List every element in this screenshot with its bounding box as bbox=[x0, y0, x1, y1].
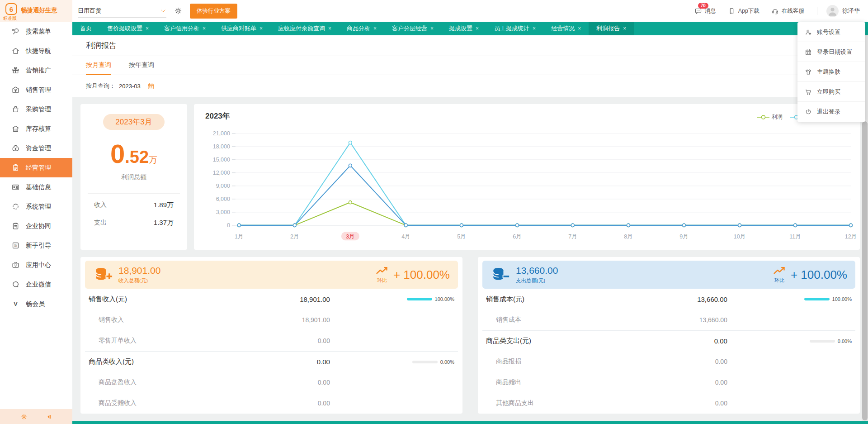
tab-应收应付余额查询[interactable]: 应收应付余额查询× bbox=[270, 22, 339, 35]
profit-total-label: 利润总额 bbox=[80, 173, 187, 181]
tab-客户信用分析[interactable]: 客户信用分析× bbox=[156, 22, 213, 35]
subtab-divider bbox=[120, 62, 120, 69]
trend-up-icon: 环比 bbox=[375, 266, 389, 284]
tab-close-icon[interactable]: × bbox=[146, 25, 149, 32]
tab-客户分层经营[interactable]: 客户分层经营× bbox=[384, 22, 441, 35]
theme-skin-icon bbox=[805, 68, 812, 76]
subtab-按年查询[interactable]: 按年查询 bbox=[129, 56, 154, 75]
sidebar-item-经营管理[interactable]: 经营管理 bbox=[0, 158, 72, 177]
sidebar-collapse-icon[interactable] bbox=[45, 413, 52, 420]
income-total-block: 18,901.00 收入总额(元) bbox=[118, 265, 160, 284]
period-pill: 2023年3月 bbox=[103, 114, 164, 130]
tab-利润报告[interactable]: 利润报告× bbox=[589, 22, 634, 35]
sidebar-item-系统管理[interactable]: 系统管理 bbox=[0, 197, 72, 216]
tab-close-icon[interactable]: × bbox=[623, 25, 626, 32]
tab-提成设置[interactable]: 提成设置× bbox=[441, 22, 486, 35]
tab-售价提取设置[interactable]: 售价提取设置× bbox=[99, 22, 156, 35]
brand-logo-icon: 6 bbox=[5, 3, 17, 15]
sidebar-item-label: 基础信息 bbox=[26, 183, 51, 191]
tab-首页[interactable]: 首页 bbox=[72, 22, 99, 35]
subtab-按月查询[interactable]: 按月查询 bbox=[86, 56, 111, 75]
sidebar-item-label: 库存核算 bbox=[26, 125, 51, 133]
sidebar-item-label: 采购管理 bbox=[26, 105, 51, 114]
sidebar-item-label: 销售管理 bbox=[26, 86, 51, 94]
menu-item-账号设置[interactable]: 账号设置 bbox=[797, 22, 865, 42]
sidebar-item-应用中心[interactable]: 应用中心 bbox=[0, 255, 72, 275]
sidebar-item-新手引导[interactable]: 新新手引导 bbox=[0, 236, 72, 255]
tab-经营情况[interactable]: 经营情况× bbox=[543, 22, 589, 35]
tab-close-icon[interactable]: × bbox=[578, 25, 581, 32]
tab-close-icon[interactable]: × bbox=[328, 25, 331, 32]
row-progress: 100.00% bbox=[407, 296, 454, 302]
username[interactable]: 徐泽华 bbox=[842, 7, 860, 15]
sidebar-item-label: 系统管理 bbox=[26, 203, 51, 211]
svg-text:12月: 12月 bbox=[845, 233, 856, 239]
sidebar-settings-icon[interactable] bbox=[20, 413, 28, 420]
sidebar-item-采购管理[interactable]: 采购管理 bbox=[0, 100, 72, 119]
app-download-button[interactable]: App下载 bbox=[728, 7, 760, 15]
basic-info-icon bbox=[11, 183, 20, 191]
gear-icon[interactable] bbox=[174, 6, 183, 15]
row-value: 0.00 bbox=[235, 400, 330, 407]
menu-item-登录日期设置[interactable]: 登录日期设置 bbox=[797, 42, 865, 62]
page-title: 利润报告 bbox=[86, 40, 117, 51]
tab-close-icon[interactable]: × bbox=[259, 25, 263, 32]
user-avatar[interactable] bbox=[826, 5, 839, 17]
sidebar-item-畅会员[interactable]: V畅会员 bbox=[0, 294, 72, 314]
row-value: 0.00 bbox=[632, 358, 727, 365]
income-ratio-label: 环比 bbox=[375, 277, 389, 284]
svg-text:2月: 2月 bbox=[290, 233, 299, 239]
company-select[interactable]: 日用百货 bbox=[78, 4, 166, 18]
svg-text:5月: 5月 bbox=[457, 233, 466, 239]
month-query-value[interactable]: 2023-03 bbox=[119, 83, 141, 90]
tab-供应商对账单[interactable]: 供应商对账单× bbox=[213, 22, 270, 35]
sales-icon bbox=[11, 86, 20, 94]
progress-fill bbox=[407, 298, 432, 300]
sidebar-item-企业微信[interactable]: 企业微信 bbox=[0, 275, 72, 294]
tab-close-icon[interactable]: × bbox=[203, 25, 206, 32]
menu-item-退出登录[interactable]: 退出登录 bbox=[797, 102, 865, 122]
progress-percent: 0.00% bbox=[440, 359, 454, 365]
calendar-icon[interactable] bbox=[147, 82, 155, 90]
tab-close-icon[interactable]: × bbox=[373, 25, 377, 32]
svg-text:3,000: 3,000 bbox=[216, 209, 230, 215]
table-row-零售开单收入: 零售开单收入0.00 bbox=[85, 330, 458, 351]
query-mode-tabs: 按月查询按年查询 bbox=[72, 56, 868, 75]
sidebar-item-营销推广[interactable]: 营销推广 bbox=[0, 61, 72, 80]
svg-text:7月: 7月 bbox=[568, 233, 577, 239]
scrollbar-thumb[interactable] bbox=[862, 121, 868, 420]
menu-item-立即购买[interactable]: 立即购买 bbox=[797, 82, 865, 102]
sidebar-item-库存核算[interactable]: 库存核算 bbox=[0, 119, 72, 138]
svg-text:15,000: 15,000 bbox=[213, 156, 230, 163]
sidebar-item-资金管理[interactable]: 资金管理 bbox=[0, 138, 72, 158]
table-row-商品类收入(元): 商品类收入(元)0.000.00% bbox=[85, 351, 458, 372]
svg-text:18,000: 18,000 bbox=[213, 143, 230, 150]
tab-close-icon[interactable]: × bbox=[430, 25, 434, 32]
income-card: 18,901.00 收入总额(元) 环比 + 100.00% 销售收入(元)18… bbox=[80, 257, 462, 414]
sidebar-item-label: 畅会员 bbox=[26, 300, 45, 308]
income-total: 18,901.00 bbox=[118, 265, 160, 276]
sidebar-item-销售管理[interactable]: 销售管理 bbox=[0, 80, 72, 100]
table-row-销售成本(元): 销售成本(元)13,660.00100.00% bbox=[482, 289, 855, 310]
legend-item-利润[interactable]: 利润 bbox=[757, 113, 783, 121]
tab-close-icon[interactable]: × bbox=[476, 25, 479, 32]
menu-item-主题换肤[interactable]: 主题换肤 bbox=[797, 62, 865, 82]
online-service-button[interactable]: 在线客服 bbox=[771, 7, 804, 15]
sidebar-item-搜索菜单[interactable]: 搜索菜单 bbox=[0, 22, 72, 41]
trial-solution-button[interactable]: 体验行业方案 bbox=[190, 4, 237, 19]
row-label: 商品赠出 bbox=[486, 378, 632, 386]
sidebar-item-label: 快捷导航 bbox=[26, 47, 51, 55]
month-query-label: 按月查询： bbox=[86, 82, 115, 90]
messages-button[interactable]: 消息 70 bbox=[694, 7, 716, 15]
table-row-商品报损: 商品报损0.00 bbox=[482, 351, 855, 372]
sidebar: 搜索菜单快捷导航营销推广销售管理采购管理库存核算资金管理经营管理基础信息系统管理… bbox=[0, 22, 72, 424]
income-band: 18,901.00 收入总额(元) 环比 + 100.00% bbox=[85, 261, 458, 289]
tab-商品分析[interactable]: 商品分析× bbox=[339, 22, 384, 35]
tab-close-icon[interactable]: × bbox=[533, 25, 536, 32]
brand-edition: 标准版 bbox=[3, 15, 17, 22]
sidebar-item-企业协同[interactable]: 企业协同 bbox=[0, 216, 72, 236]
sidebar-item-基础信息[interactable]: 基础信息 bbox=[0, 177, 72, 197]
tab-label: 首页 bbox=[80, 24, 92, 33]
sidebar-item-快捷导航[interactable]: 快捷导航 bbox=[0, 41, 72, 61]
tab-员工提成统计[interactable]: 员工提成统计× bbox=[486, 22, 543, 35]
